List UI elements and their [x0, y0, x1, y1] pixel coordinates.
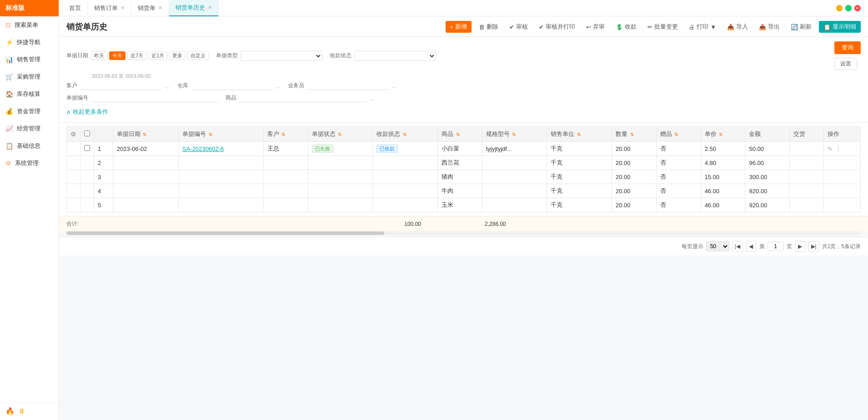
data-table: ⚙ 单据日期 ⇅ 单据编号 ⇅: [66, 126, 861, 212]
abandon-button[interactable]: ↩ 弃审: [582, 21, 608, 33]
salesperson-input[interactable]: [307, 81, 389, 90]
base-info-icon: 📋: [5, 142, 13, 150]
goods-input[interactable]: [239, 94, 366, 102]
collect-button[interactable]: 💲 收款: [612, 21, 640, 33]
page-size-select[interactable]: 50 20 100: [706, 241, 729, 251]
approve-print-button[interactable]: ✔ 审核并打印: [535, 21, 579, 33]
col-order-no[interactable]: 单据编号 ⇅: [179, 127, 264, 142]
import-button[interactable]: 📥 导入: [723, 21, 752, 33]
price-sort-icon: ⇅: [719, 132, 722, 137]
page-number-input[interactable]: [768, 242, 784, 251]
col-qty[interactable]: 数量 ⇅: [612, 127, 657, 142]
salesperson-dots[interactable]: ...: [391, 82, 397, 90]
date-btn-more[interactable]: 更多: [169, 51, 186, 60]
date-btn-yesterday[interactable]: 昨天: [91, 51, 107, 60]
delete-button[interactable]: 🗑 删除: [475, 21, 502, 33]
col-row-num: [94, 127, 113, 142]
date-btn-custom[interactable]: 自定义: [187, 51, 209, 60]
sidebar-item-finance[interactable]: 💰 资金管理: [0, 103, 59, 120]
doc-type-select[interactable]: [241, 51, 322, 61]
tab-home[interactable]: 首页: [63, 0, 88, 16]
row-customer-cell: [263, 156, 308, 170]
tab-sales-delivery-close[interactable]: ✕: [158, 5, 162, 11]
customer-input[interactable]: [80, 81, 162, 90]
col-doc-status[interactable]: 单据状态 ⇅: [308, 127, 373, 142]
col-gift[interactable]: 赠品 ⇅: [656, 127, 701, 142]
page-prev-button[interactable]: ◀: [746, 241, 757, 252]
collapse-button[interactable]: ∧ 收起更多条件: [66, 106, 861, 118]
row-qty-cell: 20.00: [612, 170, 657, 184]
approve-print-icon: ✔: [539, 24, 544, 30]
sidebar-item-operations[interactable]: 📈 经营管理: [0, 120, 59, 137]
date-btn-today[interactable]: 今天: [109, 51, 125, 60]
customer-dots[interactable]: ...: [165, 82, 170, 90]
goods-dots[interactable]: ...: [369, 95, 375, 102]
order-no-link[interactable]: SA-20230602-6: [182, 145, 224, 152]
row-action-cell: [823, 170, 860, 184]
sidebar-item-search[interactable]: ⊟ 搜索菜单: [0, 16, 59, 34]
sidebar-item-quick-nav[interactable]: ⚡ 快捷导航: [0, 34, 59, 51]
page-last-button[interactable]: ▶|: [808, 241, 819, 252]
sidebar-item-purchase[interactable]: 🛒 采购管理: [0, 68, 59, 85]
tab-sales-history-close[interactable]: ✕: [208, 5, 212, 10]
tab-home-label: 首页: [69, 4, 81, 12]
edit-icon[interactable]: ✎: [828, 145, 833, 152]
page-first-button[interactable]: |◀: [732, 241, 743, 252]
col-unit[interactable]: 销售单位 ⇅: [547, 127, 612, 142]
tab-sales-history[interactable]: 销货单历史 ✕: [169, 0, 219, 16]
col-date[interactable]: 单据日期 ⇅: [113, 127, 178, 142]
table-settings-icon[interactable]: ⚙: [70, 130, 76, 138]
sidebar-item-sales[interactable]: 📊 销售管理: [0, 51, 59, 68]
row-checkbox-cell: [80, 184, 94, 198]
order-no-input[interactable]: [91, 94, 218, 102]
row-goods-cell: 玉米: [437, 198, 482, 212]
table-row: 3 猪肉 千克 20.00 否 15.00 300.00: [67, 170, 861, 184]
col-spec[interactable]: 规格型号 ⇅: [482, 127, 547, 142]
row-doc-status-cell: [308, 184, 373, 198]
page-next-button[interactable]: ▶: [795, 241, 806, 252]
sidebar: 标准版 ⊟ 搜索菜单 ⚡ 快捷导航 📊 销售管理 🛒 采购管理 🏠 库存核算 💰…: [0, 0, 59, 420]
filter-row-1: 单据日期 昨天 今天 近7天 近1月 更多 自定义 单据类型: [66, 41, 861, 70]
col-goods[interactable]: 商品 ⇅: [437, 127, 482, 142]
row-price-cell: 4.80: [701, 156, 745, 170]
more-icon[interactable]: ⋮: [835, 145, 841, 152]
row-payment-status-cell: [373, 170, 438, 184]
row-price-cell: 46.00: [701, 198, 745, 212]
payment-status-select[interactable]: [354, 51, 436, 61]
sidebar-item-system[interactable]: ⚙ 系统管理: [0, 155, 59, 172]
tab-sales-order-close[interactable]: ✕: [120, 5, 125, 11]
pause-icon[interactable]: ⏸: [18, 407, 25, 415]
row-settings-cell: [67, 170, 80, 184]
query-button[interactable]: 查询: [834, 41, 861, 54]
refresh-button[interactable]: 🔄 刷新: [787, 21, 815, 33]
warehouse-dots[interactable]: ...: [276, 82, 281, 90]
fire-icon[interactable]: 🔥: [5, 407, 15, 415]
sidebar-item-inventory[interactable]: 🏠 库存核算: [0, 85, 59, 103]
tab-sales-order[interactable]: 销售订单 ✕: [88, 0, 131, 16]
tab-sales-delivery[interactable]: 销货单 ✕: [131, 0, 169, 16]
new-button[interactable]: + 新增: [446, 21, 472, 33]
filter-warehouse: 仓库 ...: [177, 81, 281, 90]
date-btn-7days[interactable]: 近7天: [127, 51, 146, 60]
col-customer[interactable]: 客户 ⇅: [263, 127, 308, 142]
close-button[interactable]: ✕: [854, 5, 861, 11]
sidebar-item-base-info[interactable]: 📋 基础信息: [0, 137, 59, 155]
export-button[interactable]: 📤 导出: [755, 21, 783, 33]
batch-change-button[interactable]: ✏ 批量变更: [644, 21, 682, 33]
table-row: 4 牛肉 千克 20.00 否 46.00 920.00: [67, 184, 861, 198]
customer-sort-icon: ⇅: [281, 132, 285, 137]
row-spec-cell: tyjyjtyjdf...: [482, 142, 547, 156]
row-1-checkbox[interactable]: [84, 145, 90, 151]
select-all-checkbox[interactable]: [84, 130, 90, 136]
col-price[interactable]: 单价 ⇅: [701, 127, 745, 142]
show-detail-button[interactable]: 📋 显示明细: [819, 21, 861, 33]
date-label: 单据日期: [66, 52, 88, 60]
maximize-button[interactable]: □: [845, 5, 852, 11]
settings-button[interactable]: 设置: [834, 58, 857, 70]
print-button[interactable]: 🖨 打印 ▼: [685, 21, 720, 33]
warehouse-input[interactable]: [191, 81, 273, 90]
approve-button[interactable]: ✔ 审核: [506, 21, 532, 33]
col-payment-status[interactable]: 收款状态 ⇅: [373, 127, 438, 142]
minimize-button[interactable]: ─: [836, 5, 843, 11]
date-btn-1month[interactable]: 近1月: [148, 51, 167, 60]
